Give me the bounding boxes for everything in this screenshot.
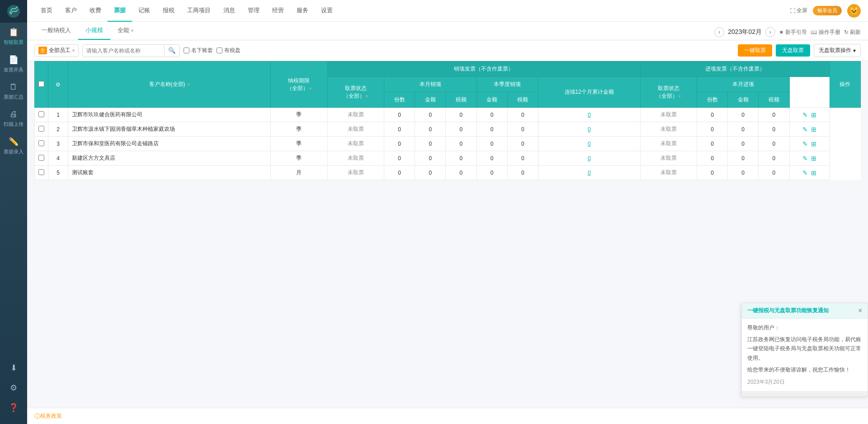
checkbox-my-accounts[interactable]: 名下账套: [184, 47, 213, 54]
tax-period-filter-icon[interactable]: ▾: [309, 86, 311, 91]
search-input[interactable]: [83, 46, 164, 56]
one-key-take-btn[interactable]: 一键取票: [738, 44, 772, 57]
fullscreen-btn[interactable]: ⛶ 全屏: [790, 7, 807, 14]
tax-policy-link[interactable]: 税务政策: [40, 412, 62, 420]
topnav-bookkeeping[interactable]: 记账: [132, 0, 156, 22]
tab-bar: 一般纳税人 小规模 全能 ▾ ‹ 2023年02月 › ★ 新手引导: [27, 22, 868, 40]
sidebar-item-data-entry[interactable]: ✏️ 票据录入: [0, 132, 27, 160]
no-disk-ops-btn[interactable]: 无盘取票操作 ▾: [814, 44, 861, 57]
row-cumulative12-3[interactable]: 0: [538, 151, 640, 166]
sidebar-item-label-scan-upload: 扫描上传: [4, 121, 24, 128]
row-mp-tax-3: 0: [759, 151, 789, 166]
table-row: 5 测试账套 月 未取票 0 0 0 0 0 0 未取票 0 0 0 ✎ ⊞: [35, 166, 861, 180]
sidebar-item-invoice-summary[interactable]: 🗒 票据汇总: [0, 78, 27, 105]
row-edit-icon-1[interactable]: ✎: [802, 126, 808, 133]
sidebar-bottom-help[interactable]: ❓: [0, 399, 27, 417]
row-checkbox-2[interactable]: [38, 140, 44, 146]
client-filter-icon[interactable]: ▾: [188, 82, 190, 87]
select-all-checkbox[interactable]: [38, 81, 44, 87]
employee-filter[interactable]: 全 全部员工 ▾: [34, 44, 79, 57]
topnav-operation[interactable]: 经营: [266, 0, 290, 22]
topnav-tax[interactable]: 报税: [156, 0, 181, 22]
notification-scrollbar[interactable]: [742, 391, 868, 396]
next-date-btn[interactable]: ›: [765, 27, 775, 37]
row-checkbox-4[interactable]: [38, 169, 44, 175]
topnav-commerce[interactable]: 工商项目: [181, 0, 217, 22]
fullscreen-label: 全屏: [797, 7, 807, 14]
row-cumulative12-4[interactable]: 0: [538, 166, 640, 180]
row-ms-amount-1: 0: [415, 122, 446, 137]
row-actions-3: ✎ ⊞: [789, 151, 830, 166]
topnav-invoice[interactable]: 票据: [108, 0, 132, 22]
topnav-home[interactable]: 首页: [34, 0, 59, 22]
invoice-summary-icon: 🗒: [9, 82, 18, 92]
row-ms-amount-0: 0: [415, 108, 446, 122]
prev-date-btn[interactable]: ‹: [714, 27, 724, 37]
sidebar-bottom-download[interactable]: ⬇: [0, 359, 27, 377]
bottom-bar: ⓘ 税务政策: [27, 408, 868, 424]
row-cumulative12-1[interactable]: 0: [538, 122, 640, 137]
row-checkbox-1[interactable]: [38, 126, 44, 132]
row-mp-count-1: 0: [697, 122, 727, 137]
tab-small[interactable]: 小规模: [78, 22, 110, 40]
manual-btn[interactable]: 📖 操作手册: [811, 29, 840, 36]
notification-close-btn[interactable]: ×: [859, 307, 862, 314]
tab-general[interactable]: 一般纳税人: [34, 22, 78, 40]
topnav-settings[interactable]: 设置: [315, 0, 339, 22]
row-qs-amount-3: 0: [476, 151, 507, 166]
header-mp-tax: 税额: [759, 92, 789, 108]
row-mp-tax-1: 0: [759, 122, 789, 137]
row-ms-tax-2: 0: [446, 137, 476, 151]
table-row: 4 新建区方方文具店 季 未取票 0 0 0 0 0 0 未取票 0 0 0 ✎…: [35, 151, 861, 166]
avatar[interactable]: 🐱: [847, 4, 861, 18]
row-ms-amount-4: 0: [415, 166, 446, 180]
topnav-message[interactable]: 消息: [217, 0, 241, 22]
row-checkbox-cell: [35, 108, 48, 122]
no-disk-take-btn[interactable]: 无盘取票: [776, 44, 810, 57]
refresh-icon: ↻: [844, 29, 849, 35]
row-edit-icon-0[interactable]: ✎: [802, 111, 808, 119]
row-detail-icon-0[interactable]: ⊞: [811, 111, 816, 119]
row-checkbox-0[interactable]: [38, 111, 44, 117]
row-edit-icon-2[interactable]: ✎: [802, 140, 808, 148]
has-taxdisk-checkbox[interactable]: [217, 48, 222, 53]
tab-all[interactable]: 全能 ▾: [110, 22, 141, 40]
search-button[interactable]: 🔍: [164, 45, 179, 56]
row-actions-2: ✎ ⊞: [789, 137, 830, 151]
sidebar-item-issue-invoice[interactable]: 📄 发票开具: [0, 50, 27, 78]
refresh-btn[interactable]: ↻ 刷新: [844, 29, 861, 36]
row-checkbox-3[interactable]: [38, 155, 44, 161]
row-cumulative12-0[interactable]: 0: [538, 108, 640, 122]
row-tax-period-0: 季: [271, 108, 327, 122]
row-detail-icon-3[interactable]: ⊞: [811, 155, 816, 162]
member-button[interactable]: 畅享会员: [813, 6, 842, 15]
checkbox-has-taxdisk[interactable]: 有税盘: [217, 47, 241, 54]
row-detail-icon-4[interactable]: ⊞: [811, 169, 816, 176]
row-detail-icon-1[interactable]: ⊞: [811, 126, 816, 133]
sidebar-bottom-settings[interactable]: ⚙: [0, 379, 27, 397]
sidebar-bottom: ⬇ ⚙ ❓: [0, 359, 27, 424]
sales-status-filter-icon[interactable]: ▾: [366, 94, 368, 99]
row-edit-icon-4[interactable]: ✎: [802, 169, 808, 176]
new-guide-btn[interactable]: ★ 新手引导: [779, 29, 807, 36]
purchase-status-filter-icon[interactable]: ▾: [679, 94, 681, 99]
topnav-management[interactable]: 管理: [241, 0, 266, 22]
sidebar-item-label-data-entry: 票据录入: [4, 148, 24, 155]
topnav-service[interactable]: 服务: [290, 0, 315, 22]
row-qs-tax-3: 0: [507, 151, 538, 166]
row-cumulative12-2[interactable]: 0: [538, 137, 640, 151]
topnav-customer[interactable]: 客户: [59, 0, 83, 22]
sidebar-item-smart-take[interactable]: 📋 智能取票: [0, 23, 27, 50]
row-checkbox-cell: [35, 137, 48, 151]
row-tax-period-2: 季: [271, 137, 327, 151]
row-detail-icon-2[interactable]: ⊞: [811, 140, 816, 148]
row-client-0: 卫辉市玖玖健合医药有限公司: [68, 108, 271, 122]
topnav-billing[interactable]: 收费: [83, 0, 108, 22]
has-taxdisk-label: 有税盘: [224, 47, 241, 54]
row-edit-icon-3[interactable]: ✎: [802, 155, 808, 162]
tab-all-label: 全能: [118, 26, 129, 34]
my-accounts-checkbox[interactable]: [184, 48, 189, 53]
row-num-2: 3: [48, 137, 68, 151]
notification-panel: 一键报税与无盘取票功能恢复通知 × 尊敬的用户： 江苏政务网已恢复访问电子税务局…: [741, 303, 868, 397]
sidebar-item-scan-upload[interactable]: 🖨 扫描上传: [0, 105, 27, 132]
